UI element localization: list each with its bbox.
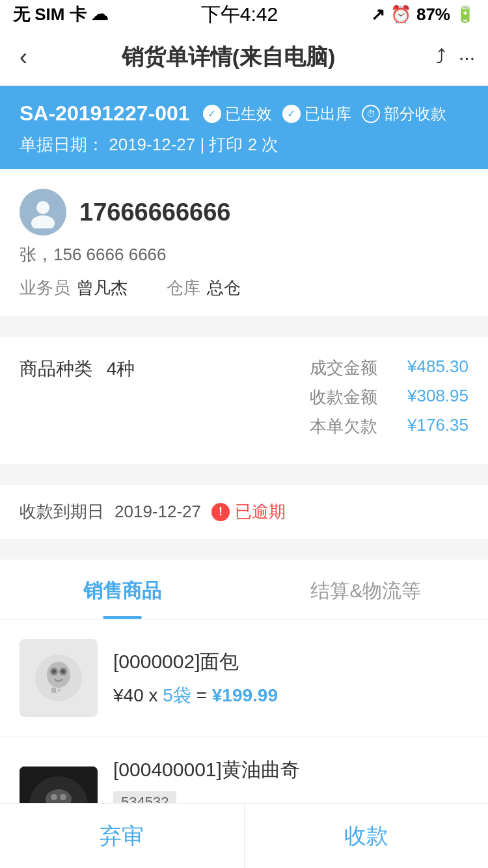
svg-point-13 <box>60 794 66 800</box>
order-date: 单据日期： 2019-12-27 | 打印 2 次 <box>20 133 468 156</box>
product-thumbnail-1: 鱼+ <box>20 639 98 717</box>
owed-amount-label: 本单欠款 <box>310 415 377 438</box>
deal-amount-label: 成交金额 <box>310 357 377 379</box>
tab-products-label: 销售商品 <box>83 580 161 601</box>
status-right: ↗ ⏰ 87% 🔋 <box>371 5 475 25</box>
product-types-label: 商品种类 <box>20 359 92 379</box>
due-section: 收款到期日 2019-12-27 ! 已逾期 <box>0 485 488 539</box>
due-date-label: 收款到期日 <box>20 500 104 523</box>
abandon-review-button[interactable]: 弃审 <box>0 804 245 868</box>
sim-status: 无 SIM 卡 ☁ <box>13 3 108 26</box>
section-divider-2 <box>0 474 488 485</box>
order-date-label: 单据日期： <box>20 135 104 154</box>
sales-label: 业务员 <box>20 277 70 299</box>
check-icon-2: ✓ <box>282 105 301 123</box>
svg-point-7 <box>61 670 65 673</box>
svg-point-1 <box>31 215 55 228</box>
page-title: 销货单详情(来自电脑) <box>40 42 416 72</box>
customer-name: 张，156 6666 6666 <box>20 243 468 266</box>
badge-partial-label: 部分收款 <box>384 103 446 124</box>
more-button[interactable]: ··· <box>459 46 475 68</box>
warehouse-value: 总仓 <box>207 277 241 299</box>
product-total-1: ¥199.99 <box>212 685 278 705</box>
product-types-count: 4种 <box>107 359 135 379</box>
overdue-icon: ! <box>211 503 230 521</box>
order-id: SA-20191227-001 <box>20 102 190 126</box>
product-base-price-1: ¥40 x <box>113 685 158 705</box>
customer-phone: 17666666666 <box>79 198 230 226</box>
nav-right-actions: ⤴ ··· <box>436 46 475 68</box>
deal-amount-value: ¥485.30 <box>390 357 468 379</box>
tab-products[interactable]: 销售商品 <box>0 560 244 619</box>
owed-amount-row: 本单欠款 ¥176.35 <box>310 415 468 438</box>
svg-text:鱼+: 鱼+ <box>51 686 61 694</box>
status-badges: ✓ 已生效 ✓ 已出库 ⏱ 部分收款 <box>203 103 446 124</box>
share-button[interactable]: ⤴ <box>436 46 446 68</box>
product-name-2: [000400001]黄油曲奇 <box>113 757 468 783</box>
customer-section: 17666666666 张，156 6666 6666 业务员 曾凡杰 仓库 总… <box>0 169 488 316</box>
overdue-label: 已逾期 <box>235 500 286 523</box>
section-divider-3 <box>0 549 488 560</box>
received-amount-label: 收款金额 <box>310 386 377 409</box>
amounts-detail: 成交金额 ¥485.30 收款金额 ¥308.95 本单欠款 ¥176.35 <box>310 357 468 444</box>
badge-shipped: ✓ 已出库 <box>282 103 351 124</box>
product-info-1: [0000002]面包 ¥40 x 5袋 = ¥199.99 <box>113 649 468 708</box>
warehouse: 仓库 总仓 <box>167 277 241 299</box>
badge-shipped-label: 已出库 <box>305 103 351 124</box>
product-qty-1: 5袋 <box>163 685 191 705</box>
back-button[interactable]: ‹ <box>20 44 27 71</box>
svg-point-6 <box>52 670 56 673</box>
avatar <box>20 189 66 236</box>
product-price-1: ¥40 x 5袋 = ¥199.99 <box>113 683 468 708</box>
svg-point-0 <box>36 201 49 214</box>
product-item: 鱼+ [0000002]面包 ¥40 x 5袋 = ¥199.99 <box>0 619 488 737</box>
section-divider-1 <box>0 327 488 337</box>
product-separator-1: = <box>197 685 212 705</box>
tabs-section: 销售商品 结算&物流等 <box>0 560 488 619</box>
status-left: 无 SIM 卡 ☁ <box>13 3 108 26</box>
received-amount-row: 收款金额 ¥308.95 <box>310 386 468 409</box>
badge-effective: ✓ 已生效 <box>203 103 272 124</box>
badge-partial: ⏱ 部分收款 <box>362 103 446 124</box>
battery-icon: 🔋 <box>455 5 475 23</box>
alarm-icon: ⏰ <box>390 5 411 25</box>
product-name-1: [0000002]面包 <box>113 649 468 675</box>
location-icon: ↗ <box>371 5 385 25</box>
check-icon-1: ✓ <box>203 105 221 123</box>
sales-value: 曾凡杰 <box>77 277 128 299</box>
received-amount-value: ¥308.95 <box>390 386 468 409</box>
battery-status: 87% <box>416 5 450 25</box>
clock-icon: ⏱ <box>362 105 380 123</box>
product-types: 商品种类 4种 <box>20 357 135 381</box>
tab-settlement-label: 结算&物流等 <box>310 580 421 601</box>
customer-meta: 业务员 曾凡杰 仓库 总仓 <box>20 277 468 299</box>
deal-amount-row: 成交金额 ¥485.30 <box>310 357 468 379</box>
warehouse-label: 仓库 <box>167 277 200 299</box>
owed-amount-value: ¥176.35 <box>390 415 468 438</box>
status-bar: 无 SIM 卡 ☁ 下午4:42 ↗ ⏰ 87% 🔋 <box>0 0 488 29</box>
sales-person: 业务员 曾凡杰 <box>20 277 128 299</box>
order-date-value: 2019-12-27 <box>109 135 195 154</box>
badge-effective-label: 已生效 <box>225 103 272 124</box>
due-date-value: 2019-12-27 <box>115 502 201 522</box>
nav-bar: ‹ 销货单详情(来自电脑) ⤴ ··· <box>0 29 488 86</box>
status-time: 下午4:42 <box>201 1 278 28</box>
overdue-badge: ! 已逾期 <box>211 500 286 523</box>
svg-point-3 <box>47 662 70 688</box>
order-header: SA-20191227-001 ✓ 已生效 ✓ 已出库 ⏱ 部分收款 单据日期：… <box>0 86 488 169</box>
bottom-bar: 弃审 收款 <box>0 803 488 868</box>
svg-point-12 <box>51 794 57 800</box>
collect-payment-button[interactable]: 收款 <box>245 804 489 868</box>
tab-settlement[interactable]: 结算&物流等 <box>244 560 488 619</box>
order-print-info: | 打印 2 次 <box>200 135 278 154</box>
amounts-section: 商品种类 4种 成交金额 ¥485.30 收款金额 ¥308.95 本单欠款 ¥… <box>0 337 488 464</box>
